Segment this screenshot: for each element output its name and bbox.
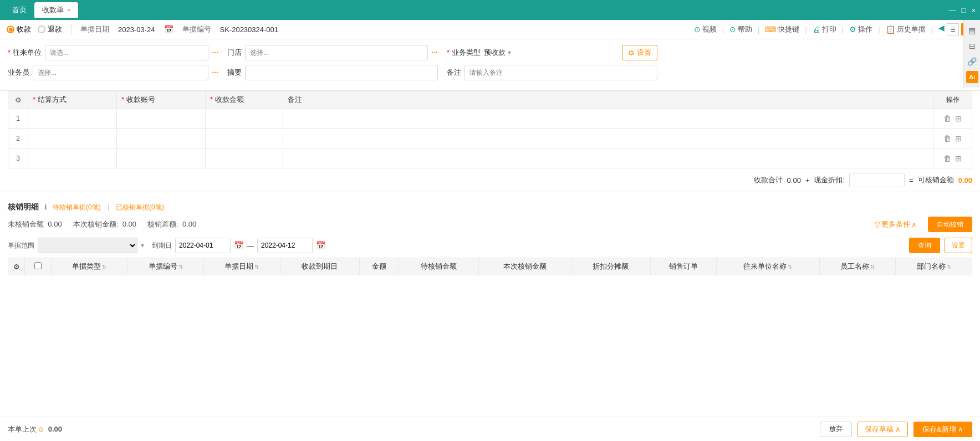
minimize-icon[interactable]: —	[949, 6, 956, 14]
save-draft-btn[interactable]: 保存草稿 ∧	[858, 422, 908, 437]
save-draft-label: 保存草稿	[865, 425, 894, 433]
number-value: SK-20230324-001	[220, 25, 279, 34]
maximize-icon[interactable]: □	[962, 6, 966, 14]
range-arrow[interactable]: ▾	[141, 242, 144, 249]
range-label: 单据范围	[8, 241, 34, 250]
right-panel-icon-4[interactable]: Ai	[966, 71, 978, 83]
toolbar-actions: ⊙ 视频 | ⊙ 帮助 | ⌨ 快捷键 | 🖨 打印 | ⚙ 操作	[694, 23, 973, 35]
writeoff-settings-btn[interactable]: 设置	[945, 238, 972, 253]
due-date-end-input[interactable]	[257, 238, 313, 253]
tab-home-label: 首页	[12, 5, 27, 15]
pending-col-header: 待核销金额	[399, 258, 478, 275]
ops-col-header: 操作	[933, 91, 972, 109]
close-icon[interactable]: ×	[971, 6, 976, 14]
print-action[interactable]: 🖨 打印	[813, 24, 836, 34]
history-action[interactable]: 📋 历史单据	[886, 24, 926, 34]
date-value: 2023-03-24	[118, 25, 155, 34]
tab-done[interactable]: 已核销单据(0笔)	[116, 203, 164, 212]
copy-icon-2[interactable]: ⊞	[955, 134, 962, 143]
right-panel-icon-3[interactable]: 🔗	[966, 55, 978, 68]
row-amount-3[interactable]	[206, 148, 283, 168]
calendar-icon[interactable]: 📅	[164, 25, 173, 34]
summary-field: 摘要	[227, 65, 438, 80]
calendar-start-icon[interactable]: 📅	[234, 241, 243, 250]
right-panel-icon-1[interactable]: ▤	[966, 24, 978, 37]
delete-icon-3[interactable]: 🗑	[943, 154, 951, 163]
save-new-btn[interactable]: 保存&新增 ∧	[913, 422, 972, 437]
copy-icon-3[interactable]: ⊞	[955, 154, 962, 163]
operate-icon: ⚙	[849, 25, 856, 34]
prev-icon[interactable]: ◀	[938, 23, 945, 35]
row-remark-2[interactable]	[283, 129, 933, 148]
window-controls: — □ ×	[949, 6, 976, 14]
row-settle-1[interactable]	[28, 109, 117, 129]
video-icon: ⊙	[694, 25, 701, 34]
range-select[interactable]	[38, 238, 137, 253]
sales-order-col-header: 销售订单	[650, 258, 716, 275]
row-account-1[interactable]	[117, 109, 206, 129]
main-content: 收款 退款 单据日期 2023-03-24 📅 单据编号 SK-20230324…	[0, 20, 980, 441]
right-panel-icon-2[interactable]: ⊟	[966, 40, 978, 52]
view-list-icon[interactable]: ☰	[947, 23, 959, 35]
store-input[interactable]	[245, 45, 428, 60]
remark-input[interactable]	[465, 65, 657, 80]
row-num-3: 3	[8, 148, 28, 168]
bottom-table-container: ⚙ 单据类型⇅ 单据编号⇅ 单据日期⇅	[8, 258, 972, 275]
type-col-header: 单据类型⇅	[51, 258, 127, 275]
delete-icon-2[interactable]: 🗑	[943, 134, 951, 143]
row-num-1: 1	[8, 109, 28, 129]
tab-close-icon[interactable]: ×	[67, 7, 70, 13]
help-action[interactable]: ⊙ 帮助	[729, 24, 752, 34]
shortcut-action[interactable]: ⌨ 快捷键	[765, 24, 799, 34]
form-area: 往来单位 ··· 门店 ··· 业务类型 预收款 ▾ ⚙ 设置	[0, 39, 980, 91]
stat-diff: 核销差额: 0.00	[147, 219, 196, 229]
tab-pending[interactable]: 待核销单据(0笔)	[53, 203, 101, 212]
copy-icon-1[interactable]: ⊞	[955, 114, 962, 123]
save-draft-arrow: ∧	[895, 425, 901, 433]
row-account-3[interactable]	[117, 148, 206, 168]
biz-type-label: 业务类型	[447, 48, 481, 58]
discount-input[interactable]	[849, 173, 905, 187]
calendar-end-icon[interactable]: 📅	[316, 241, 325, 250]
gear-bottom-icon[interactable]: ⚙	[13, 263, 20, 271]
row-amount-1[interactable]	[206, 109, 283, 129]
table-gear-icon[interactable]: ⚙	[15, 96, 22, 104]
partner-ellipsis[interactable]: ···	[212, 48, 218, 57]
video-action[interactable]: ⊙ 视频	[694, 24, 717, 34]
select-all-checkbox[interactable]	[34, 262, 42, 269]
footer-this-upper: 本单上次 ⊙ 0.00	[8, 424, 62, 434]
delete-icon-1[interactable]: 🗑	[943, 114, 951, 123]
operate-label: 操作	[858, 24, 872, 34]
due-date-start-input[interactable]	[175, 238, 231, 253]
row-ops-3: 🗑 ⊞	[933, 148, 972, 168]
equals-sign: =	[909, 176, 913, 184]
totals-row: 收款合计 0.00 + 现金折扣: = 可核销金额 0.00	[0, 168, 980, 192]
radio-refund[interactable]: 退款	[38, 24, 62, 34]
diff-label: 核销差额:	[147, 220, 178, 228]
row-settle-2[interactable]	[28, 129, 117, 148]
auto-writeoff-btn[interactable]: 自动核销	[928, 217, 972, 232]
tab-home[interactable]: 首页	[4, 2, 34, 18]
tab-receipt[interactable]: 收款单 ×	[34, 2, 78, 18]
settings-button[interactable]: ⚙ 设置	[622, 45, 657, 60]
abandon-btn[interactable]: 放弃	[820, 422, 852, 437]
row-amount-2[interactable]	[206, 129, 283, 148]
writeoff-header: 核销明细 ℹ 待核销单据(0笔) | 已核销单据(0笔)	[8, 202, 972, 212]
this-upper-question-icon[interactable]: ⊙	[38, 425, 44, 433]
receivable-label: 可核销金额	[918, 175, 954, 185]
biz-type-arrow[interactable]: ▾	[508, 49, 511, 57]
row-settle-3[interactable]	[28, 148, 117, 168]
row-remark-1[interactable]	[283, 109, 933, 129]
staff-input[interactable]	[33, 65, 208, 80]
operate-action[interactable]: ⚙ 操作	[849, 24, 872, 34]
partner-input[interactable]	[45, 45, 209, 60]
more-conditions-btn[interactable]: ▽ 更多条件 ∧	[875, 219, 917, 229]
filter-icon: ▽	[875, 221, 880, 229]
staff-ellipsis[interactable]: ···	[212, 68, 218, 77]
query-btn[interactable]: 查询	[909, 238, 940, 253]
row-remark-3[interactable]	[283, 148, 933, 168]
row-account-2[interactable]	[117, 129, 206, 148]
radio-collect[interactable]: 收款	[7, 24, 31, 34]
store-ellipsis[interactable]: ···	[431, 48, 438, 57]
summary-input[interactable]	[245, 65, 438, 80]
